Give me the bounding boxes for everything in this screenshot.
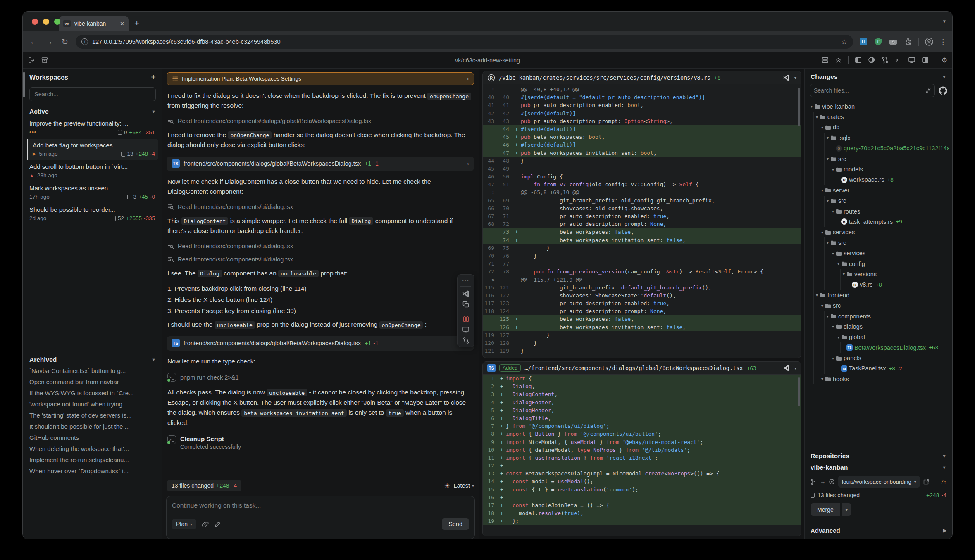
diff-line[interactable]: 15+ const { t } = useTranslation('common…	[483, 486, 801, 494]
diff-line[interactable]: 5+ DialogHeader,	[483, 406, 801, 414]
tree-folder[interactable]: ▾src	[805, 196, 952, 206]
branch-selector[interactable]: louis/workspace-onboarding▾	[838, 476, 920, 488]
tree-folder[interactable]: ▾crates	[805, 112, 952, 122]
diff-hunk-header[interactable]: ⇅@@ -115,7 +121,9 @@	[483, 276, 801, 284]
archived-item[interactable]: `NavbarContainer.tsx` button to g...	[29, 365, 156, 376]
tree-folder[interactable]: ▾versions	[805, 269, 952, 279]
diff-line[interactable]: 2+ Dialog,	[483, 382, 801, 390]
archived-item[interactable]: Open command bar from navbar	[29, 376, 156, 387]
extensions-puzzle-icon[interactable]	[903, 37, 913, 46]
profile-avatar-icon[interactable]	[925, 37, 934, 46]
active-collapse-icon[interactable]: ▼	[151, 109, 156, 114]
panel-left-icon[interactable]	[855, 57, 862, 64]
diff-line[interactable]: 1+import {	[483, 375, 801, 382]
monitor-icon[interactable]	[462, 326, 470, 333]
tab-list-chevron-icon[interactable]: ▾	[943, 18, 946, 24]
diff-line[interactable]: 6771 pr_auto_description_enabled: true,	[483, 212, 801, 220]
tree-file[interactable]: {}query-70b21c5c0a2ba5c21c9c1132f14a68..…	[805, 143, 952, 154]
tree-folder[interactable]: ▾.sqlx	[805, 133, 952, 143]
diff-line[interactable]: 46+#[serde(default)]	[483, 141, 801, 149]
diff-line[interactable]: 11+import { useTranslation } from 'react…	[483, 454, 801, 462]
diff-scrollbar[interactable]	[798, 88, 800, 126]
tree-folder[interactable]: ▾src	[805, 154, 952, 164]
tree-file[interactable]: Rv8.rs+8	[805, 280, 952, 290]
diff-line[interactable]: 119127 }	[483, 331, 801, 339]
diff-line[interactable]: 47+pub beta_workspaces_invitation_sent: …	[483, 149, 801, 157]
diff-hunk-header[interactable]: ↕@@ -65,8 +69,10 @@	[483, 188, 801, 196]
file-search-box[interactable]	[810, 84, 935, 97]
monitor-icon[interactable]	[908, 57, 915, 64]
diff-line[interactable]: 4448}	[483, 157, 801, 165]
diff-line[interactable]: 16+	[483, 494, 801, 501]
archived-item[interactable]: It shouldn't be possible for just the ..…	[29, 421, 156, 432]
site-info-icon[interactable]: i	[81, 38, 88, 45]
external-link-icon[interactable]	[923, 479, 929, 485]
diff-line[interactable]: 8+import { Button } from '@/components/u…	[483, 430, 801, 438]
tree-folder[interactable]: ▾components	[805, 311, 952, 321]
diff-line[interactable]: 17+ const handleJoinBeta = () => {	[483, 501, 801, 509]
version-selector[interactable]: Latest▾	[453, 482, 474, 489]
collapse-diff-icon[interactable]: ▾	[794, 366, 796, 370]
diff-line[interactable]: 4040#[serde(default = "default_pr_auto_d…	[483, 93, 801, 101]
extension-camera-icon[interactable]	[889, 37, 898, 46]
diff-line[interactable]: 45+pub beta_workspaces: bool,	[483, 133, 801, 141]
tree-folder[interactable]: ▾routes	[805, 206, 952, 216]
forward-icon[interactable]: →	[44, 37, 54, 46]
diff-line[interactable]: 4343pub pr_auto_description_prompt: Opti…	[483, 117, 801, 125]
diff-line[interactable]: 10+import { defineModal, type NoProps } …	[483, 446, 801, 454]
tree-folder[interactable]: ▾frontend	[805, 290, 952, 300]
vscode-icon[interactable]	[462, 290, 470, 297]
changes-collapse-icon[interactable]: ▼	[942, 74, 946, 79]
github-icon[interactable]	[939, 86, 947, 95]
add-workspace-button[interactable]: +	[151, 73, 156, 82]
archived-item[interactable]: The 'starting' state of dev servers is..…	[29, 410, 156, 421]
message-input[interactable]	[172, 502, 469, 509]
tree-folder[interactable]: ▾vibe-kanban	[805, 101, 952, 112]
tree-folder[interactable]: ▾panels	[805, 353, 952, 363]
diff-scrollbar[interactable]	[798, 377, 800, 406]
browser-tab[interactable]: VK vibe-kanban ✕	[59, 16, 129, 31]
collapse-arrows-icon[interactable]	[925, 88, 931, 93]
implementation-plan-banner[interactable]: Implementation Plan: Beta Workspaces Set…	[167, 72, 474, 85]
vscode-icon[interactable]	[783, 365, 790, 371]
drag-handle-icon[interactable]: •••	[462, 278, 470, 282]
merge-options-button[interactable]: ▾	[842, 503, 851, 516]
copy-icon[interactable]	[462, 301, 470, 308]
git-compare-icon[interactable]	[882, 57, 889, 64]
tree-file[interactable]: Rworkspace.rs+8	[805, 175, 952, 185]
workspace-item[interactable]: Improve the preview functionality: ...••…	[27, 117, 158, 139]
extension-shield-icon[interactable]: £	[874, 37, 883, 46]
terminal-icon[interactable]	[895, 57, 902, 64]
tree-folder[interactable]: ▾src	[805, 300, 952, 311]
terminal-command-row[interactable]: >_ pnpm run check 2>&1	[167, 373, 473, 382]
settings-gear-icon[interactable]: ⚙	[942, 56, 947, 64]
diff-line[interactable]: 6569 git_branch_prefix: old_config.git_b…	[483, 197, 801, 204]
tree-folder[interactable]: ▾services	[805, 227, 952, 237]
tree-file[interactable]: TSBetaWorkspacesDialog.tsx+63	[805, 342, 952, 353]
tree-folder[interactable]: ▾global	[805, 332, 952, 342]
collapse-diff-icon[interactable]: ▾	[794, 76, 796, 80]
diff-line[interactable]: 7177	[483, 260, 801, 268]
advanced-row[interactable]: Advanced ▶	[805, 522, 952, 539]
diff-line[interactable]: 7076 }	[483, 252, 801, 260]
workspace-item[interactable]: Mark workspaces as unseen17h ago3+45-0	[27, 182, 158, 203]
theme-shapes-icon[interactable]	[868, 57, 875, 64]
diff-line[interactable]: 19+ };	[483, 517, 801, 525]
new-tab-button[interactable]: +	[134, 18, 139, 28]
tree-folder[interactable]: ▾server	[805, 185, 952, 195]
diff-line[interactable]: 116122 showcases: ShowcaseState::default…	[483, 292, 801, 299]
diff-line[interactable]: 7278 pub fn from_previous_version(raw_co…	[483, 268, 801, 275]
file-change-card[interactable]: TS frontend/src/components/dialogs/globa…	[167, 336, 474, 351]
sidebar-scrollbar[interactable]	[23, 72, 25, 97]
git-compare-icon[interactable]	[462, 337, 470, 344]
back-icon[interactable]: ←	[29, 37, 38, 46]
diff-line[interactable]: 74+ beta_workspaces_invitation_sent: fal…	[483, 236, 801, 244]
spark-icon[interactable]: ✳	[444, 482, 450, 490]
pen-icon[interactable]	[214, 521, 221, 528]
files-changed-chip[interactable]: 13 files changed +248 -4	[167, 480, 241, 491]
diff-line[interactable]: 125+ beta_workspaces: false,	[483, 315, 801, 323]
diff-line[interactable]: 6+ DialogTitle,	[483, 414, 801, 422]
diff-line[interactable]: 13+const BetaWorkspacesDialogImpl = Nice…	[483, 470, 801, 477]
archived-collapse-icon[interactable]: ▼	[151, 357, 156, 362]
vscode-icon[interactable]	[783, 74, 790, 81]
